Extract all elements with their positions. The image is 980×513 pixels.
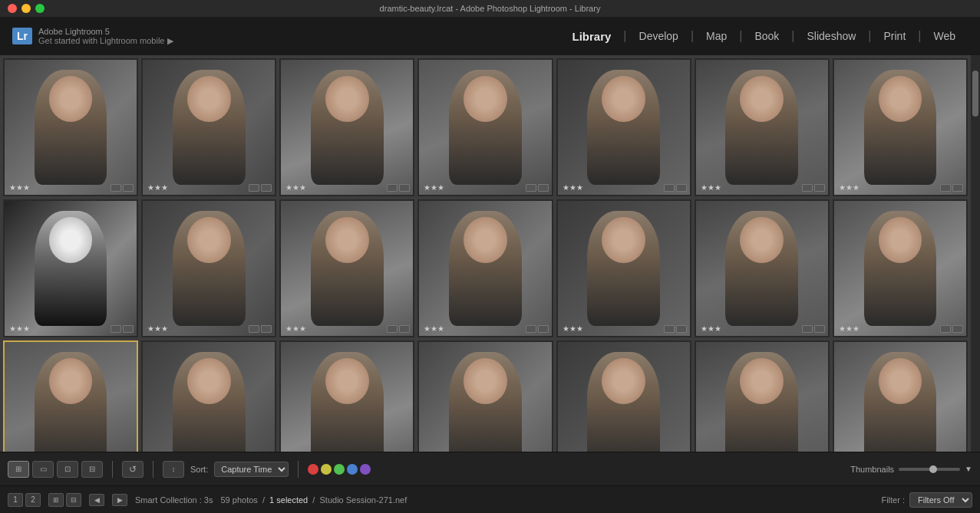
filter-blue[interactable] bbox=[347, 464, 358, 475]
photo-icons-4 bbox=[526, 184, 549, 192]
scrollbar[interactable] bbox=[971, 55, 980, 452]
photo-cell-4[interactable]: ★★★ bbox=[417, 58, 553, 196]
photo-stars-11: ★★★ bbox=[424, 324, 444, 333]
nav-slideshow[interactable]: Slideshow bbox=[795, 30, 869, 42]
thumbnails-section: Thumbnails ▼ bbox=[850, 465, 972, 474]
nav-map[interactable]: Map bbox=[694, 30, 739, 42]
selected-count: 1 selected bbox=[269, 495, 308, 505]
filter-section: Filter : Filters Off Rated Flagged Unrat… bbox=[881, 492, 972, 508]
photo-cell-18[interactable]: ★★★ bbox=[417, 340, 553, 452]
loupe-view-button[interactable]: ▭ bbox=[32, 461, 54, 478]
survey-view-button[interactable]: ⊟ bbox=[81, 461, 103, 478]
photo-cell-2[interactable]: ★★★ bbox=[141, 58, 276, 196]
grid-buttons: ⊞ ⊟ bbox=[48, 493, 81, 507]
photo-stars-10: ★★★ bbox=[285, 324, 306, 333]
bottom-toolbar: ⊞ ▭ ⊡ ⊟ ↺ ↕ Sort: Capture Time Edit Time… bbox=[0, 452, 980, 485]
page-1-button[interactable]: 1 bbox=[8, 493, 23, 507]
app-version: Adobe Lightroom 5 bbox=[38, 27, 173, 36]
sort-label: Sort: bbox=[190, 465, 208, 474]
thumbnails-label: Thumbnails bbox=[850, 465, 894, 474]
nav-library[interactable]: Library bbox=[560, 30, 624, 43]
photo-cell-6[interactable]: ★★★ bbox=[695, 58, 830, 196]
photo-cell-16[interactable]: ★★★ bbox=[141, 340, 276, 452]
rotate-button[interactable]: ↺ bbox=[122, 461, 144, 478]
photo-cell-10[interactable]: ★★★ bbox=[279, 199, 414, 337]
grid-view-button[interactable]: ⊞ bbox=[8, 461, 29, 478]
window-controls bbox=[8, 4, 45, 13]
nav-next-button[interactable]: ▶ bbox=[112, 494, 127, 506]
photo-icons-3 bbox=[387, 184, 410, 192]
status-bar: 1 2 ⊞ ⊟ ◀ ▶ Smart Collection : 3s 59 pho… bbox=[0, 485, 980, 513]
scrollbar-thumb[interactable] bbox=[972, 71, 978, 117]
photo-cell-13[interactable]: ★★★ bbox=[695, 199, 830, 337]
photo-icons-6 bbox=[802, 184, 825, 192]
photo-icons-13 bbox=[802, 325, 825, 333]
photo-stars-8: ★★★ bbox=[9, 324, 30, 333]
grid-small-button[interactable]: ⊞ bbox=[48, 493, 64, 507]
photo-cell-20[interactable]: ★★★ bbox=[695, 340, 830, 452]
collection-label: Smart Collection : 3s bbox=[135, 495, 213, 505]
photo-stars-12: ★★★ bbox=[563, 324, 583, 333]
sort-direction-button[interactable]: ↕ bbox=[163, 461, 184, 478]
photo-stars-2: ★★★ bbox=[147, 183, 168, 192]
nav-links: Library | Develop | Map | Book | Slidesh… bbox=[560, 29, 968, 43]
mobile-prompt[interactable]: Get started with Lightroom mobile ▶ bbox=[38, 36, 173, 46]
filter-green[interactable] bbox=[334, 464, 345, 475]
photo-cell-17[interactable]: ★★★ bbox=[279, 340, 414, 452]
top-nav: Lr Adobe Lightroom 5 Get started with Li… bbox=[0, 17, 980, 55]
photo-icons-2 bbox=[249, 184, 272, 192]
divider-2 bbox=[153, 461, 153, 478]
photo-cell-1[interactable]: ★★★ bbox=[3, 58, 138, 196]
lr-badge: Lr bbox=[12, 28, 32, 44]
sort-select[interactable]: Capture Time Edit Time Rating File Name bbox=[214, 462, 289, 477]
grid-large-button[interactable]: ⊟ bbox=[66, 493, 81, 507]
photo-cell-12[interactable]: ★★★ bbox=[556, 199, 691, 337]
filter-select[interactable]: Filters Off Rated Flagged Unrated bbox=[909, 492, 972, 508]
window-title: dramtic-beauty.lrcat - Adobe Photoshop L… bbox=[380, 4, 601, 13]
photo-icons-7 bbox=[940, 184, 963, 192]
photo-cell-21[interactable]: ★★★ bbox=[833, 340, 968, 452]
photo-cell-9[interactable]: ★★★ bbox=[141, 199, 276, 337]
nav-book[interactable]: Book bbox=[742, 30, 791, 42]
thumbnail-size-slider[interactable] bbox=[899, 468, 960, 471]
nav-web[interactable]: Web bbox=[921, 30, 968, 42]
nav-develop[interactable]: Develop bbox=[627, 30, 691, 42]
maximize-button[interactable] bbox=[35, 4, 45, 13]
photo-cell-5[interactable]: ★★★ bbox=[556, 58, 691, 196]
photo-cell-19[interactable]: ★★★ bbox=[556, 340, 691, 452]
photo-cell-11[interactable]: ★★★ bbox=[417, 199, 553, 337]
photo-stars-13: ★★★ bbox=[701, 324, 721, 333]
photo-icons-5 bbox=[664, 184, 687, 192]
app-info: Adobe Lightroom 5 Get started with Light… bbox=[38, 27, 173, 46]
photo-icons-12 bbox=[664, 325, 687, 333]
photo-cell-7[interactable]: ★★★ bbox=[833, 58, 968, 196]
photo-cell-8[interactable]: ★★★ bbox=[3, 199, 138, 337]
page-2-button[interactable]: 2 bbox=[25, 493, 41, 507]
filter-red[interactable] bbox=[308, 464, 318, 475]
photo-cell-14[interactable]: ★★★ bbox=[833, 199, 968, 337]
filter-yellow[interactable] bbox=[321, 464, 332, 475]
nav-prev-button[interactable]: ◀ bbox=[89, 494, 104, 506]
photo-icons-1 bbox=[111, 184, 134, 192]
close-button[interactable] bbox=[8, 4, 17, 13]
filter-label: Filter : bbox=[881, 495, 905, 505]
slider-handle[interactable] bbox=[929, 465, 937, 473]
compare-view-button[interactable]: ⊡ bbox=[57, 461, 78, 478]
main-grid: ★★★ ★★★ ★★★ ★★★ ★★★ ★★★ bbox=[0, 55, 980, 452]
photo-stars-6: ★★★ bbox=[701, 183, 721, 192]
filter-purple[interactable] bbox=[360, 464, 371, 475]
photo-stars-3: ★★★ bbox=[285, 183, 306, 192]
divider-1 bbox=[112, 461, 113, 478]
collection-info: Smart Collection : 3s bbox=[135, 495, 213, 505]
nav-print[interactable]: Print bbox=[872, 30, 919, 42]
photo-icons-8 bbox=[111, 325, 134, 333]
photo-cell-3[interactable]: ★★★ bbox=[279, 58, 414, 196]
photo-cell-15[interactable]: ★★★ bbox=[3, 340, 138, 452]
photo-stars-9: ★★★ bbox=[147, 324, 168, 333]
photo-icons-9 bbox=[249, 325, 272, 333]
view-mode-group: ⊞ ▭ ⊡ ⊟ bbox=[8, 461, 103, 478]
divider-3 bbox=[298, 461, 299, 478]
photo-grid: ★★★ ★★★ ★★★ ★★★ ★★★ ★★★ bbox=[0, 55, 971, 452]
minimize-button[interactable] bbox=[21, 4, 31, 13]
slider-expand-icon[interactable]: ▼ bbox=[965, 465, 972, 473]
